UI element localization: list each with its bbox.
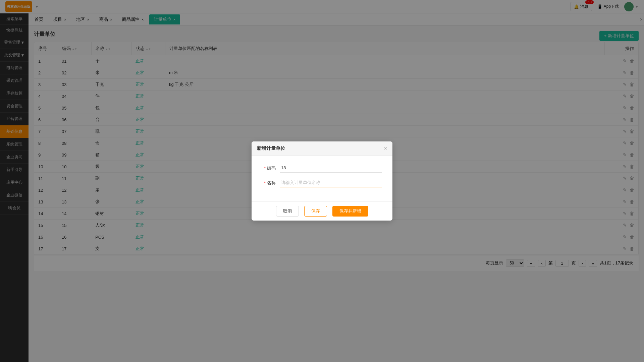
code-input[interactable] — [280, 164, 382, 173]
modal-footer: 取消 保存 保存并新增 — [252, 201, 392, 221]
save-and-new-button[interactable]: 保存并新增 — [332, 206, 368, 217]
code-field-row: 编码 — [262, 164, 382, 173]
modal-header: 新增计量单位 × — [252, 141, 392, 156]
add-unit-modal: 新增计量单位 × 编码 名称 取消 保存 保存并新增 — [252, 141, 392, 221]
name-label: 名称 — [262, 180, 276, 186]
name-input[interactable] — [280, 179, 382, 187]
modal-close-button[interactable]: × — [384, 145, 387, 152]
save-button[interactable]: 保存 — [304, 206, 327, 217]
name-field-row: 名称 — [262, 179, 382, 187]
cancel-button[interactable]: 取消 — [276, 206, 299, 217]
modal-body: 编码 名称 — [252, 156, 392, 201]
modal-overlay[interactable]: 新增计量单位 × 编码 名称 取消 保存 保存并新增 — [0, 0, 644, 362]
code-label: 编码 — [262, 165, 276, 171]
modal-title: 新增计量单位 — [257, 145, 285, 152]
